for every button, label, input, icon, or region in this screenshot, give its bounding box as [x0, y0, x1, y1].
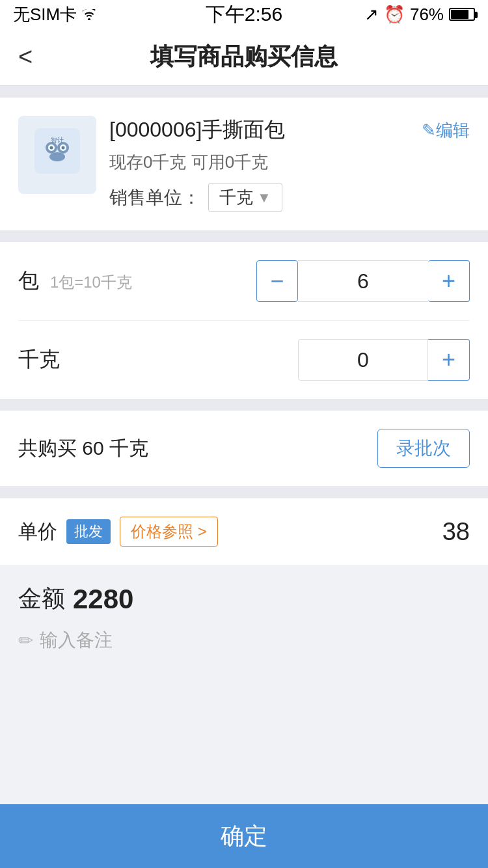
divider-4 — [0, 486, 488, 498]
price-type-tag: 批发 — [66, 519, 111, 544]
alarm-icon: ⏰ — [384, 5, 405, 25]
batch-button[interactable]: 录批次 — [377, 429, 470, 468]
confirm-button[interactable]: 确定 — [0, 804, 488, 868]
product-stock: 现存0千克 可用0千克 — [109, 151, 470, 174]
pack-quantity-row: 包 1包=10千克 − + — [18, 242, 470, 321]
back-button[interactable]: < — [18, 43, 33, 71]
battery-icon — [449, 8, 475, 21]
price-section: 单价 批发 价格参照 > 38 — [0, 498, 488, 565]
svg-point-6 — [62, 146, 65, 150]
carrier-label: 无SIM卡 — [13, 3, 77, 26]
kg-quantity-input[interactable] — [298, 339, 428, 381]
svg-point-7 — [49, 152, 65, 161]
product-name-row: [0000006]手撕面包 ✎编辑 — [109, 116, 470, 144]
location-icon: ↗ — [364, 5, 379, 25]
kg-quantity-control: + — [298, 339, 470, 381]
pack-plus-button[interactable]: + — [428, 260, 470, 302]
status-bar: 无SIM卡 下午2:56 ↗ ⏰ 76% — [0, 0, 488, 29]
wifi-icon — [82, 5, 96, 25]
svg-rect-0 — [34, 128, 80, 174]
price-value: 38 — [442, 518, 470, 546]
product-unit-row: 销售单位： 千克 ▼ — [109, 183, 470, 212]
amount-row: 金额 2280 — [18, 583, 470, 615]
total-text: 共购买 60 千克 — [18, 435, 148, 462]
pack-label-group: 包 1包=10千克 — [18, 267, 132, 295]
product-name: [0000006]手撕面包 — [109, 116, 285, 144]
product-image-placeholder: 智计 — [34, 128, 80, 182]
remark-row[interactable]: ✏ 输入备注 — [18, 628, 470, 653]
chevron-down-icon: ▼ — [257, 189, 271, 206]
edit-link[interactable]: ✎编辑 — [422, 119, 470, 142]
status-right: ↗ ⏰ 76% — [364, 5, 475, 25]
product-details: [0000006]手撕面包 ✎编辑 现存0千克 可用0千克 销售单位： 千克 ▼ — [109, 116, 470, 212]
total-section: 共购买 60 千克 录批次 — [0, 411, 488, 486]
pack-quantity-input[interactable] — [298, 260, 428, 302]
kg-quantity-row: 千克 + — [18, 321, 470, 399]
divider-1 — [0, 86, 488, 98]
kg-plus-button[interactable]: + — [428, 339, 470, 381]
remark-placeholder: 输入备注 — [40, 628, 113, 653]
amount-value: 2280 — [73, 584, 133, 615]
divider-2 — [0, 230, 488, 242]
price-ref-button[interactable]: 价格参照 > — [120, 517, 218, 547]
status-time: 下午2:56 — [206, 1, 282, 28]
unit-selector[interactable]: 千克 ▼ — [208, 183, 282, 212]
pack-minus-button[interactable]: − — [256, 260, 298, 302]
unit-value: 千克 — [219, 186, 253, 209]
divider-3 — [0, 399, 488, 411]
pack-quantity-control: − + — [256, 260, 470, 302]
price-label-row: 单价 批发 价格参照 > — [18, 517, 218, 547]
svg-text:智计: 智计 — [51, 137, 64, 144]
page-title: 填写商品购买信息 — [150, 41, 338, 73]
pack-sublabel: 1包=10千克 — [50, 273, 132, 291]
amount-section: 金额 2280 ✏ 输入备注 — [0, 565, 488, 663]
price-label: 单价 — [18, 519, 57, 545]
pack-label: 包 — [18, 269, 39, 292]
battery-percent: 76% — [410, 5, 444, 25]
svg-point-5 — [50, 146, 53, 150]
pencil-icon: ✏ — [18, 630, 33, 651]
product-section: 智计 [0000006]手撕面包 ✎编辑 现存0千克 可用0千克 销售单位： 千… — [0, 98, 488, 230]
nav-bar: < 填写商品购买信息 — [0, 29, 488, 86]
kg-label: 千克 — [18, 346, 60, 374]
product-image: 智计 — [18, 116, 96, 194]
unit-label: 销售单位： — [109, 185, 200, 210]
amount-label: 金额 — [18, 583, 65, 615]
quantity-section: 包 1包=10千克 − + 千克 + — [0, 242, 488, 399]
status-left: 无SIM卡 — [13, 3, 96, 26]
